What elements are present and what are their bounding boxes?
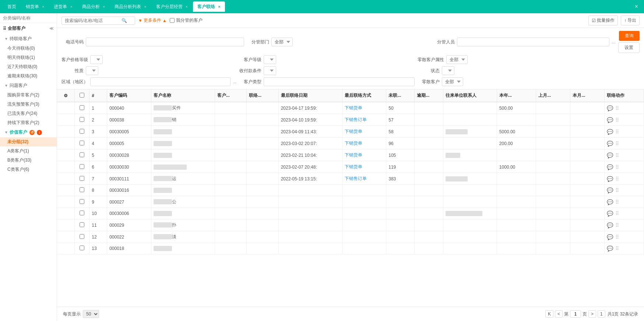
window-close-icon[interactable]: × bbox=[632, 3, 641, 10]
checkbox-cell[interactable] bbox=[75, 231, 89, 243]
export-btn[interactable]: ↑ 导出 bbox=[621, 15, 640, 25]
customer-grade-select[interactable] bbox=[264, 55, 276, 64]
tab-analysis-close[interactable]: × bbox=[103, 4, 105, 9]
last-method-link[interactable]: 下销货单 bbox=[345, 129, 362, 134]
grid-action-icon[interactable]: ⠿ bbox=[615, 105, 619, 111]
chat-icon[interactable]: 💬 bbox=[607, 234, 613, 240]
last-method-cell[interactable]: 下销售订单 bbox=[342, 114, 386, 126]
row-checkbox[interactable] bbox=[80, 187, 84, 192]
row-checkbox[interactable] bbox=[80, 246, 84, 250]
more-conditions-btn[interactable]: ▼ 更多条件 ▲ bbox=[138, 17, 167, 24]
select-all-checkbox[interactable] bbox=[80, 93, 84, 98]
last-method-link[interactable]: 下销货单 bbox=[345, 105, 362, 110]
row-checkbox[interactable] bbox=[80, 176, 84, 181]
first-page-btn[interactable]: K bbox=[545, 310, 553, 318]
page-number-input[interactable] bbox=[570, 310, 581, 318]
tab-purchase-close[interactable]: × bbox=[70, 4, 72, 9]
scatter-select[interactable]: 全部 bbox=[442, 77, 463, 86]
checkbox-header[interactable] bbox=[75, 89, 89, 102]
row-checkbox[interactable] bbox=[80, 234, 84, 239]
chat-icon[interactable]: 💬 bbox=[607, 176, 613, 182]
chat-icon[interactable]: 💬 bbox=[607, 105, 613, 111]
checkbox-cell[interactable] bbox=[75, 196, 89, 208]
sidebar-all-customers[interactable]: ⠿ 全部客户 ≪ bbox=[0, 23, 57, 34]
sidebar-item-7days-pending[interactable]: 近7天待联络(0) bbox=[0, 62, 57, 71]
sidebar-item-ungrouped[interactable]: 未分组(32) bbox=[0, 137, 57, 147]
chat-icon[interactable]: 💬 bbox=[607, 141, 613, 147]
region-input[interactable] bbox=[90, 77, 230, 86]
last-method-cell[interactable]: 下销货单 bbox=[342, 161, 386, 173]
chat-icon[interactable]: 💬 bbox=[607, 187, 613, 193]
row-checkbox[interactable] bbox=[80, 222, 84, 227]
manager-input[interactable] bbox=[457, 38, 609, 46]
checkbox-cell[interactable] bbox=[75, 138, 89, 149]
reset-button[interactable]: 设置 bbox=[618, 42, 640, 53]
batch-operation-btn[interactable]: ☑ 批量操作 bbox=[588, 15, 618, 25]
search-input[interactable] bbox=[65, 18, 120, 23]
refresh-icon[interactable]: ↺ bbox=[29, 130, 35, 135]
tab-analysis-list-close[interactable]: × bbox=[144, 4, 146, 9]
row-checkbox[interactable] bbox=[80, 211, 84, 215]
tab-purchase[interactable]: 进货单 × bbox=[49, 1, 77, 12]
checkbox-cell[interactable] bbox=[75, 208, 89, 219]
last-method-cell[interactable]: 下销货单 bbox=[342, 126, 386, 138]
this-year-header[interactable]: 本年... bbox=[497, 89, 536, 102]
tab-home[interactable]: 首页 bbox=[3, 1, 21, 12]
grid-action-icon[interactable]: ⠿ bbox=[615, 234, 619, 240]
settings-icon[interactable]: ⚙ bbox=[64, 93, 68, 98]
phone-input[interactable] bbox=[86, 38, 244, 46]
quality-select[interactable] bbox=[86, 66, 98, 75]
pay-select[interactable] bbox=[264, 66, 276, 75]
checkbox-cell[interactable] bbox=[75, 102, 89, 114]
last-method-cell[interactable]: 下销货单 bbox=[342, 138, 386, 149]
overdue-header[interactable]: 逾期... bbox=[415, 89, 443, 102]
no-contact-header[interactable]: 未联... bbox=[386, 89, 415, 102]
grid-action-icon[interactable]: ⠿ bbox=[615, 141, 619, 147]
grid-action-icon[interactable]: ⠿ bbox=[615, 152, 619, 158]
chat-icon[interactable]: 💬 bbox=[607, 129, 613, 135]
grid-action-icon[interactable]: ⠿ bbox=[615, 222, 619, 228]
last-method-cell[interactable] bbox=[342, 196, 386, 208]
chat-icon[interactable]: 💬 bbox=[607, 117, 613, 123]
prev-page-btn[interactable]: < bbox=[555, 310, 563, 318]
contact-header[interactable]: 联络... bbox=[247, 89, 278, 102]
sidebar-item-a-class[interactable]: A类客户(1) bbox=[0, 147, 57, 156]
grid-action-icon[interactable]: ⠿ bbox=[615, 199, 619, 205]
sidebar-group-problem[interactable]: ▼ 问题客户 bbox=[0, 81, 57, 91]
grid-action-icon[interactable]: ⠿ bbox=[615, 211, 619, 216]
checkbox-cell[interactable] bbox=[75, 114, 89, 126]
contact-person-header[interactable]: 往来单位联系人 bbox=[443, 89, 497, 102]
sidebar-item-churn-warn[interactable]: 流失预警客户(3) bbox=[0, 100, 57, 109]
checkbox-cell[interactable] bbox=[75, 161, 89, 173]
grid-action-icon[interactable]: ⠿ bbox=[615, 117, 619, 123]
sidebar-item-overdue-pending[interactable]: 逾期未联络(30) bbox=[0, 71, 57, 81]
last-method-link[interactable]: 下销售订单 bbox=[345, 176, 367, 181]
row-checkbox[interactable] bbox=[80, 152, 84, 157]
type-header[interactable]: 客户... bbox=[215, 89, 246, 102]
last-method-link[interactable]: 下销货单 bbox=[345, 152, 362, 158]
grid-action-icon[interactable]: ⠿ bbox=[615, 246, 619, 251]
chat-icon[interactable]: 💬 bbox=[607, 211, 613, 216]
row-checkbox[interactable] bbox=[80, 117, 84, 122]
grid-action-icon[interactable]: ⠿ bbox=[615, 187, 619, 193]
last-method-cell[interactable]: 下销售订单 bbox=[342, 173, 386, 185]
sidebar-group-pending[interactable]: ▼ 待联络客户 bbox=[0, 34, 57, 44]
search-box[interactable]: 🔍 bbox=[61, 17, 135, 25]
row-checkbox[interactable] bbox=[80, 105, 84, 110]
tab-analysis[interactable]: 商品分析 × bbox=[78, 1, 109, 12]
checkbox-cell[interactable] bbox=[75, 185, 89, 196]
row-checkbox[interactable] bbox=[80, 129, 84, 134]
sidebar-item-tomorrow-pending[interactable]: 明天待联络(1) bbox=[0, 53, 57, 62]
sidebar-group-value[interactable]: ▼ 价值客户 ↺ ! bbox=[0, 127, 57, 137]
code-header[interactable]: 客户编码 bbox=[107, 89, 151, 102]
tab-customer-segment[interactable]: 客户分层经营 × bbox=[152, 1, 192, 12]
dept-select[interactable]: 全部 bbox=[271, 38, 293, 46]
checkbox-cell[interactable] bbox=[75, 173, 89, 185]
this-month-header[interactable]: 本月... bbox=[570, 89, 605, 102]
sidebar-item-abnormal[interactable]: 囤购异常客户(2) bbox=[0, 91, 57, 100]
chat-icon[interactable]: 💬 bbox=[607, 246, 613, 251]
query-button[interactable]: 查询 bbox=[619, 31, 640, 41]
next-page-btn[interactable]: > bbox=[588, 310, 596, 318]
per-page-select[interactable]: 50 bbox=[83, 310, 99, 318]
my-customers-checkbox[interactable]: 我分管的客户 bbox=[170, 17, 203, 24]
